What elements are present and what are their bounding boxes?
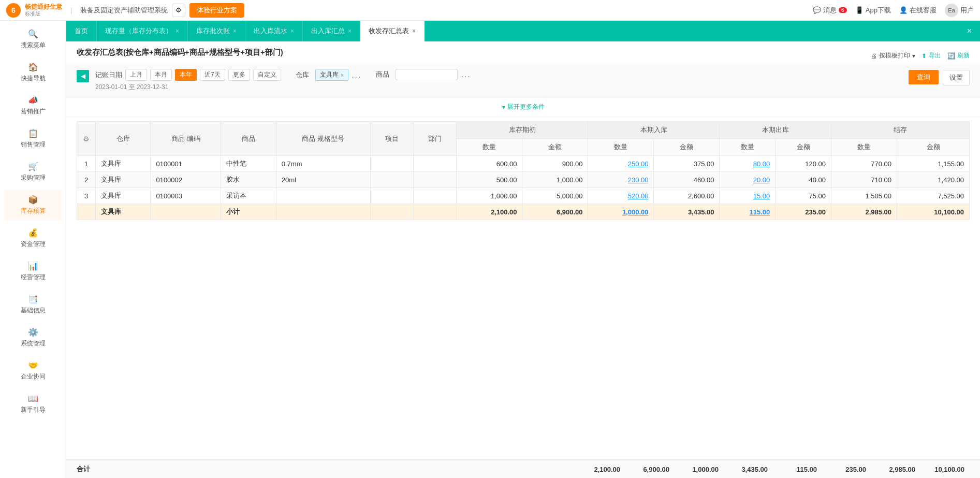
th-in-qty: 数量 — [588, 139, 654, 156]
tab-bar: 首页 现存量（库存分布表） × 库存批次账 × 出入库流水 × 出入库汇总 × — [66, 21, 980, 41]
tab-recv-send-label: 收发存汇总表 — [369, 26, 409, 36]
date-btn-last-month[interactable]: 上月 — [125, 69, 147, 81]
marketing-icon: 📣 — [28, 95, 38, 105]
sales-icon: 📋 — [28, 128, 38, 138]
tab-stock-summary[interactable]: 出入库汇总 × — [303, 21, 360, 41]
sidebar-label-sales: 销售管理 — [21, 140, 46, 149]
tab-stock-flow-close[interactable]: × — [290, 27, 294, 35]
expand-conditions-button[interactable]: ▾ 展开更多条件 — [502, 100, 545, 113]
sidebar-item-guide[interactable]: 📖 新手引导 — [4, 388, 62, 419]
message-button[interactable]: 💬 消息 6 — [813, 6, 847, 15]
table-row-in-qty[interactable]: 520.00 — [588, 188, 654, 204]
sidebar-item-collab[interactable]: 🤝 企业协同 — [4, 355, 62, 386]
expand-row: ▾ 展开更多条件 — [66, 97, 980, 117]
th-project: 项目 — [370, 122, 413, 156]
tab-recv-send-close[interactable]: × — [412, 27, 416, 35]
online-service-button[interactable]: 👤 在线客服 — [899, 6, 937, 15]
sidebar-item-basic[interactable]: 📑 基础信息 — [4, 289, 62, 320]
table-row-out-qty[interactable]: 15.00 — [720, 188, 776, 204]
table-row-out-qty[interactable]: 20.00 — [720, 172, 776, 188]
goods-input[interactable] — [396, 69, 458, 80]
sidebar-item-purchase[interactable]: 🛒 采购管理 — [4, 156, 62, 187]
table-row-out-qty[interactable]: 80.00 — [720, 156, 776, 172]
warehouse-filter-dots[interactable]: ... — [352, 70, 361, 80]
th-settings[interactable]: ⚙ — [77, 122, 96, 156]
table-row-in-qty[interactable]: 230.00 — [588, 172, 654, 188]
date-btn-this-month[interactable]: 本月 — [150, 69, 172, 81]
filter-goods-section: 商品 ... — [376, 69, 471, 80]
user-button[interactable]: Ea 用户 — [945, 4, 974, 17]
sidebar-label-quicknav: 快捷导航 — [21, 74, 46, 83]
filter-toggle[interactable]: ◀ — [77, 70, 89, 82]
table-row-project — [370, 156, 413, 172]
table-row-bal-amt: 1,420.00 — [897, 172, 970, 188]
refresh-button[interactable]: 🔄 刷新 — [947, 51, 970, 60]
filter-actions: 查询 设置 — [909, 69, 970, 85]
tab-inventory-dist-label: 现存量（库存分布表） — [105, 26, 172, 36]
app-edition: 标准版 — [25, 11, 62, 17]
sidebar-label-basic: 基础信息 — [21, 306, 46, 315]
date-btn-7days[interactable]: 近7天 — [200, 69, 225, 81]
sidebar: 🔍 搜索菜单 🏠 快捷导航 📣 营销推广 📋 销售管理 🛒 采购管理 📦 — [0, 21, 66, 478]
table-row-in-qty[interactable]: 1,000.00 — [588, 204, 654, 220]
export-button[interactable]: ⬆ 导出 — [922, 51, 941, 60]
footer-values: 2,100.00 6,900.00 1,000.00 3,435.00 115.… — [284, 466, 970, 473]
date-btn-this-year[interactable]: 本年 — [175, 69, 197, 81]
tab-recv-send[interactable]: 收发存汇总表 × — [360, 21, 425, 41]
tab-home-label: 首页 — [75, 26, 88, 36]
sidebar-item-finance[interactable]: 💰 资金管理 — [4, 223, 62, 254]
settings-gear-icon[interactable]: ⚙ — [83, 135, 90, 143]
table-row-out-qty[interactable]: 115.00 — [720, 204, 776, 220]
table-row-name: 小计 — [221, 204, 276, 220]
expand-label: 展开更多条件 — [507, 103, 545, 111]
gear-button[interactable]: ⚙ — [172, 4, 185, 17]
sidebar-item-sales[interactable]: 📋 销售管理 — [4, 123, 62, 154]
search-icon: 🔍 — [28, 29, 38, 39]
trial-button[interactable]: 体验行业方案 — [189, 3, 244, 18]
tab-stock-summary-close[interactable]: × — [348, 27, 352, 35]
date-btn-custom[interactable]: 自定义 — [253, 69, 281, 81]
tab-batch-account-label: 库存批次账 — [196, 26, 230, 36]
query-button[interactable]: 查询 — [909, 70, 939, 84]
footer-open-amt: 6,900.00 — [625, 466, 675, 473]
sidebar-item-marketing[interactable]: 📣 营销推广 — [4, 90, 62, 121]
table-row-open-qty: 600.00 — [457, 156, 522, 172]
th-group-opening: 库存期初 — [457, 122, 588, 139]
app-download-button[interactable]: 📱 App下载 — [855, 6, 891, 15]
goods-filter-dots[interactable]: ... — [461, 70, 471, 79]
print-button[interactable]: 🖨 按模板打印 ▾ — [871, 51, 915, 60]
table-row-department — [414, 188, 457, 204]
th-bal-qty: 数量 — [831, 139, 897, 156]
tab-home[interactable]: 首页 — [66, 21, 97, 41]
table-row-in-qty[interactable]: 250.00 — [588, 156, 654, 172]
tab-batch-account-close[interactable]: × — [233, 27, 237, 35]
user-label: 用户 — [960, 6, 974, 15]
footer-in-amt: 3,435.00 — [724, 466, 773, 473]
setting-button[interactable]: 设置 — [943, 70, 970, 85]
table-row-in-amt: 375.00 — [654, 156, 720, 172]
th-goods-code: 商品 编码 — [151, 122, 221, 156]
tab-batch-account[interactable]: 库存批次账 × — [188, 21, 245, 41]
date-btn-more[interactable]: 更多 — [228, 69, 250, 81]
table-row-name: 胶水 — [221, 172, 276, 188]
tab-bar-close-all[interactable]: × — [959, 26, 980, 36]
warehouse-tag-close[interactable]: × — [341, 72, 344, 78]
tab-inventory-dist[interactable]: 现存量（库存分布表） × — [97, 21, 188, 41]
table-row-project — [370, 204, 413, 220]
sidebar-item-search[interactable]: 🔍 搜索菜单 — [4, 24, 62, 55]
table-row-code: 0100003 — [151, 188, 221, 204]
tab-stock-flow[interactable]: 出入库流水 × — [245, 21, 303, 41]
th-bal-amt: 金额 — [897, 139, 970, 156]
sidebar-item-system[interactable]: ⚙️ 系统管理 — [4, 322, 62, 353]
export-label: 导出 — [929, 51, 941, 60]
table-row-bal-qty: 2,985.00 — [831, 204, 897, 220]
sidebar-item-inventory[interactable]: 📦 库存核算 — [4, 190, 62, 221]
collab-icon: 🤝 — [28, 360, 38, 370]
sidebar-item-operations[interactable]: 📊 经营管理 — [4, 256, 62, 287]
tab-inventory-dist-close[interactable]: × — [175, 27, 179, 35]
table-row-open-qty: 500.00 — [457, 172, 522, 188]
sidebar-item-quicknav[interactable]: 🏠 快捷导航 — [4, 57, 62, 88]
top-bar-left: 6 畅捷通好生意 标准版 | 装备及固定资产辅助管理系统 ⚙ 体验行业方案 — [6, 3, 244, 18]
th-in-amt: 金额 — [654, 139, 720, 156]
filter-date-section: 记账日期 上月 本月 本年 近7天 更多 自定义 2023-01-01 至 20… — [95, 69, 281, 92]
